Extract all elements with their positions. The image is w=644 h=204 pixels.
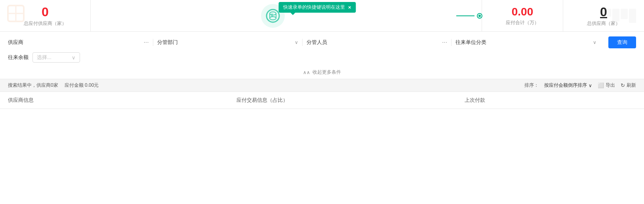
unit-class-filter-input[interactable] bbox=[489, 40, 591, 46]
export-button[interactable]: ⬜ 导出 bbox=[598, 82, 615, 89]
collapse-button[interactable]: ∧∧ 收起更多条件 bbox=[303, 69, 341, 76]
ghost-chart-icon bbox=[604, 9, 636, 23]
stats-bar: 0 总应付供应商（家） ¥ 快速录单的快捷键说明在这里 × bbox=[0, 0, 644, 32]
refresh-button[interactable]: ↻ 刷新 bbox=[621, 82, 636, 89]
filter-bar: 供应商 ··· 分管部门 ∨ 分管人员 ··· 往来单位分类 ∨ 查询 往来余额… bbox=[0, 32, 644, 79]
collapse-up-icon: ∧∧ bbox=[303, 70, 310, 75]
col-transaction-header: 应付交易信息（占比） bbox=[236, 97, 465, 104]
tooltip-text: 快速录单的快捷键说明在这里 bbox=[283, 4, 345, 11]
refresh-label: 刷新 bbox=[627, 82, 636, 89]
department-filter-field: 分管部门 ∨ bbox=[153, 39, 303, 46]
query-button[interactable]: 查询 bbox=[608, 36, 636, 48]
total-payable-suppliers-stat: 0 总应付供应商（家） bbox=[0, 0, 91, 31]
total-payable-suppliers-label: 总应付供应商（家） bbox=[24, 20, 67, 27]
export-label: 导出 bbox=[606, 82, 615, 89]
table-body bbox=[0, 109, 644, 204]
tooltip-connector-line bbox=[456, 15, 475, 16]
collapse-label: 收起更多条件 bbox=[312, 69, 341, 76]
department-filter-arrow[interactable]: ∨ bbox=[295, 40, 298, 45]
col-lastpay-header: 上次付款 bbox=[465, 97, 636, 104]
result-bar: 搜索结果中，供应商0家 应付金额 0.00元 排序： 按应付会额倒序排序 ∨ ⬜… bbox=[0, 79, 644, 92]
export-icon: ⬜ bbox=[598, 82, 604, 88]
total-payable-suppliers-value: 0 bbox=[42, 4, 49, 19]
balance-filter-placeholder: 选择... bbox=[37, 54, 51, 61]
col-supplier-header: 供应商信息 bbox=[8, 97, 236, 104]
person-filter-label: 分管人员 bbox=[307, 39, 327, 46]
tooltip-close-btn[interactable]: × bbox=[348, 4, 351, 10]
result-info: 搜索结果中，供应商0家 应付金额 0.00元 bbox=[8, 82, 99, 89]
payable-total-value: 0.00 bbox=[512, 5, 533, 19]
result-amount-summary: 应付金额 0.00元 bbox=[65, 82, 99, 89]
unit-class-filter-label: 往来单位分类 bbox=[455, 39, 486, 46]
payable-total-stat: ¥ 快速录单的快捷键说明在这里 × bbox=[91, 0, 482, 31]
unit-class-filter-arrow[interactable]: ∨ bbox=[593, 40, 596, 45]
result-actions: 排序： 按应付会额倒序排序 ∨ ⬜ 导出 ↻ 刷新 bbox=[524, 82, 636, 89]
balance-filter-select[interactable]: 选择... ∨ bbox=[32, 52, 80, 63]
payable-total-number-stat: 0.00 应付合计（万） bbox=[482, 0, 563, 31]
balance-filter-label: 往来余额 bbox=[8, 54, 29, 61]
total-suppliers-stat: 0 总供应商（家） bbox=[563, 0, 644, 31]
collapse-bar: ∧∧ 收起更多条件 bbox=[8, 67, 636, 79]
supplier-filter-field: 供应商 ··· bbox=[8, 39, 153, 46]
person-filter-field: 分管人员 ··· bbox=[303, 39, 452, 46]
svg-text:¥: ¥ bbox=[271, 13, 273, 17]
payable-total-label: 应付合计（万） bbox=[506, 19, 539, 26]
result-suppliers-summary: 搜索结果中，供应商0家 bbox=[8, 82, 58, 89]
sort-arrow-icon: ∨ bbox=[589, 83, 592, 88]
unit-class-filter-field: 往来单位分类 ∨ bbox=[452, 39, 600, 46]
department-filter-input[interactable] bbox=[180, 40, 292, 46]
supplier-filter-dots[interactable]: ··· bbox=[143, 39, 149, 46]
person-filter-dots[interactable]: ··· bbox=[442, 39, 447, 46]
person-filter-input[interactable] bbox=[330, 40, 440, 46]
tooltip-bubble: 快速录单的快捷键说明在这里 × bbox=[278, 2, 356, 13]
sort-label: 排序： bbox=[524, 82, 539, 89]
stat-watermark-icon bbox=[4, 2, 28, 30]
sort-value: 按应付会额倒序排序 bbox=[544, 82, 587, 89]
supplier-filter-label: 供应商 bbox=[8, 39, 23, 46]
refresh-icon: ↻ bbox=[621, 82, 625, 88]
tooltip-connector-dot bbox=[478, 14, 482, 18]
table-header: 供应商信息 应付交易信息（占比） 上次付款 bbox=[0, 92, 644, 109]
supplier-filter-input[interactable] bbox=[26, 40, 141, 46]
sort-select[interactable]: 按应付会额倒序排序 ∨ bbox=[544, 82, 592, 89]
department-filter-label: 分管部门 bbox=[157, 39, 178, 46]
balance-filter-arrow: ∨ bbox=[72, 55, 76, 61]
